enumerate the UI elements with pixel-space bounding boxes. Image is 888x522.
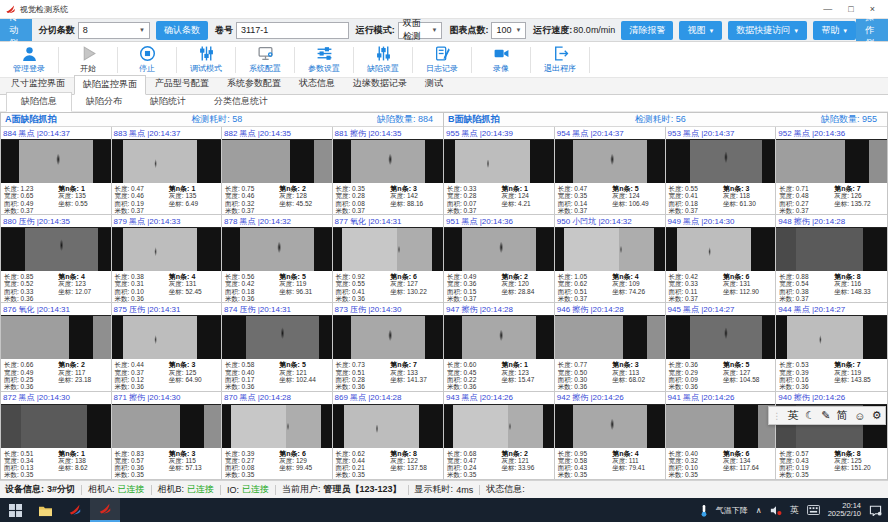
monitor-icon — [257, 45, 274, 62]
stop-button[interactable]: 停止 — [120, 44, 174, 75]
drive-side-button[interactable]: 传动侧 — [0, 19, 32, 41]
defect-cell[interactable]: 943 黑点 |20:14:26长度: 0.68宽度: 0.47面积: 0.24… — [444, 392, 555, 480]
defect-cell[interactable]: 882 黑点 |20:14:35长度: 0.75宽度: 0.46面积: 0.32… — [222, 127, 333, 215]
data-access-menu-button[interactable]: 数据快捷访问▼ — [728, 21, 807, 40]
help-menu-button[interactable]: 帮助▼ — [813, 21, 856, 40]
defect-cell[interactable]: 944 黑点 |20:14:27长度: 0.53宽度: 0.39面积: 0.16… — [776, 303, 887, 391]
input-language-indicator[interactable]: 英 — [790, 504, 799, 517]
defect-cell-label: 883 黑点 |20:14:37 — [112, 127, 222, 139]
confirm-strips-button[interactable]: 确认条数 — [156, 21, 208, 40]
subtab-defect-stats[interactable]: 缺陷统计 — [136, 93, 200, 111]
defect-cell[interactable]: 946 擦伤 |20:14:28长度: 0.77宽度: 0.50面积: 0.30… — [555, 303, 666, 391]
defect-detail: 长度: 1.05宽度: 0.62面积: 0.51米数: 0.37第n条: 4灰度… — [555, 271, 665, 302]
strip-count-select[interactable]: 8▼ — [78, 22, 150, 39]
defect-cell[interactable]: 948 擦伤 |20:14:28长度: 0.88宽度: 0.54面积: 0.38… — [776, 215, 887, 303]
defect-cell[interactable]: 870 黑点 |20:14:28长度: 0.39宽度: 0.27面积: 0.08… — [222, 392, 333, 480]
defect-settings-button[interactable]: 缺陷设置 — [356, 44, 410, 75]
defect-cell[interactable]: 878 黑点 |20:14:32长度: 0.56宽度: 0.42面积: 0.18… — [222, 215, 333, 303]
defect-image — [222, 227, 332, 271]
defect-cell[interactable]: 955 黑点 |20:14:39长度: 0.33宽度: 0.28面积: 0.07… — [444, 127, 555, 215]
defect-cell[interactable]: 879 黑点 |20:14:33长度: 0.38宽度: 0.31面积: 0.10… — [112, 215, 223, 303]
tab-status-info[interactable]: 状态信息 — [290, 74, 344, 94]
defect-cell[interactable]: 871 擦伤 |20:14:30长度: 0.83宽度: 0.57面积: 0.36… — [112, 392, 223, 480]
keyboard-icon[interactable] — [807, 505, 820, 515]
tray-expand-chevron[interactable]: ∧ — [756, 506, 762, 515]
debug-mode-button[interactable]: 调试模式 — [179, 44, 233, 75]
defect-cell[interactable]: 952 黑点 |20:14:36长度: 0.71宽度: 0.48面积: 0.27… — [776, 127, 887, 215]
defect-cell[interactable]: 875 压伤 |20:14:31长度: 0.44宽度: 0.37面积: 0.12… — [112, 303, 223, 391]
record-video-button[interactable]: 录像 — [474, 44, 528, 75]
defect-cell[interactable]: 949 黑点 |20:14:30长度: 0.42宽度: 0.33面积: 0.11… — [666, 215, 777, 303]
defect-cell[interactable]: 874 压伤 |20:14:31长度: 0.58宽度: 0.40面积: 0.17… — [222, 303, 333, 391]
ime-item-0[interactable]: 英 — [788, 408, 799, 423]
view-menu-button[interactable]: 视图▼ — [679, 21, 722, 40]
taskbar-active-app-button[interactable] — [90, 498, 120, 522]
defect-cell[interactable]: 880 压伤 |20:14:35长度: 0.85宽度: 0.52面积: 0.33… — [1, 215, 112, 303]
defect-cell[interactable]: 872 黑点 |20:14:30长度: 0.51宽度: 0.34面积: 0.13… — [1, 392, 112, 480]
ime-item-5[interactable]: ⚙ — [872, 409, 882, 422]
exit-program-button[interactable]: 退出程序 — [533, 44, 587, 75]
operator-side-button[interactable]: 操作侧 — [856, 19, 888, 41]
drag-handle-icon[interactable]: ⋮ — [772, 411, 781, 421]
defect-cell-label: 954 黑点 |20:14:37 — [555, 127, 665, 139]
subtab-defect-info[interactable]: 缺陷信息 — [6, 92, 72, 112]
defect-detail: 长度: 0.47宽度: 0.35面积: 0.14米数: 0.37第n条: 5灰度… — [555, 183, 665, 214]
defect-cell[interactable]: 945 黑点 |20:14:27长度: 0.36宽度: 0.29面积: 0.09… — [666, 303, 777, 391]
defect-cell[interactable]: 873 压伤 |20:14:30长度: 0.73宽度: 0.51面积: 0.28… — [333, 303, 444, 391]
roll-number-input[interactable]: 3117-1 — [236, 22, 349, 39]
weather-text[interactable]: 气温下降 — [716, 505, 748, 516]
defect-cell-label: 953 黑点 |20:14:37 — [666, 127, 776, 139]
defect-cell[interactable]: 953 黑点 |20:14:37长度: 0.55宽度: 0.41面积: 0.18… — [666, 127, 777, 215]
tab-system-param-config[interactable]: 系统参数配置 — [218, 74, 290, 94]
defect-cell[interactable]: 940 擦伤 |20:14:26长度: 0.57宽度: 0.43面积: 0.19… — [776, 392, 887, 480]
ime-item-1[interactable]: ☾ — [805, 409, 815, 422]
defect-capture-area: A面缺陷抓拍 检测耗时: 58 缺陷数量: 884 884 黑点 |20:14:… — [0, 112, 888, 480]
ime-toolbar[interactable]: ⋮ 英☾✎简☺⚙ — [768, 406, 886, 425]
defect-detail: 长度: 0.38宽度: 0.31面积: 0.10米数: 0.36第n条: 4灰度… — [112, 271, 222, 302]
ime-item-2[interactable]: ✎ — [821, 409, 830, 422]
maximize-button[interactable]: □ — [848, 4, 853, 14]
taskbar-app-button[interactable] — [60, 498, 90, 522]
defect-cell[interactable]: 884 黑点 |20:14:37长度: 1.23宽度: 0.65面积: 0.49… — [1, 127, 112, 215]
defect-cell[interactable]: 954 黑点 |20:14:37长度: 0.47宽度: 0.35面积: 0.14… — [555, 127, 666, 215]
sliders-icon — [375, 45, 392, 62]
system-config-button[interactable]: 系统配置 — [238, 44, 292, 75]
subtab-defect-distribution[interactable]: 缺陷分布 — [72, 93, 136, 111]
tab-edge-data-record[interactable]: 边缘数据记录 — [344, 74, 416, 94]
defect-cell[interactable]: 942 擦伤 |20:14:26长度: 0.95宽度: 0.58面积: 0.43… — [555, 392, 666, 480]
tab-test[interactable]: 测试 — [416, 74, 452, 94]
defect-cell[interactable]: 950 小凹坑 |20:14:32长度: 1.05宽度: 0.62面积: 0.5… — [555, 215, 666, 303]
defect-image — [112, 139, 222, 183]
notification-center-icon[interactable] — [869, 504, 882, 516]
log-record-button[interactable]: 日志记录 — [415, 44, 469, 75]
defect-cell[interactable]: 941 黑点 |20:14:26长度: 0.40宽度: 0.32面积: 0.10… — [666, 392, 777, 480]
start-button[interactable]: 开始 — [61, 44, 115, 75]
ime-item-4[interactable]: ☺ — [854, 410, 865, 422]
defect-detail: 长度: 0.55宽度: 0.41面积: 0.18米数: 0.37第n条: 3灰度… — [666, 183, 776, 214]
file-explorer-button[interactable] — [30, 498, 60, 522]
display-time-value: 4ms — [456, 485, 473, 495]
defect-cell[interactable]: 883 黑点 |20:14:37长度: 0.47宽度: 0.46面积: 0.19… — [112, 127, 223, 215]
speaker-icon[interactable] — [770, 505, 782, 516]
subtab-class-info-stats[interactable]: 分类信息统计 — [200, 93, 282, 111]
defect-cell[interactable]: 881 擦伤 |20:14:35长度: 0.35宽度: 0.28面积: 0.08… — [333, 127, 444, 215]
run-mode-select[interactable]: 双面检测▼ — [398, 22, 443, 39]
ime-item-3[interactable]: 简 — [837, 408, 848, 423]
defect-cell[interactable]: 947 擦伤 |20:14:28长度: 0.60宽度: 0.45面积: 0.22… — [444, 303, 555, 391]
admin-login-button[interactable]: 管理登录 — [2, 44, 56, 75]
minimize-button[interactable]: — — [823, 4, 832, 14]
chart-points-select[interactable]: 100▼ — [491, 22, 526, 39]
tab-product-model-config[interactable]: 产品型号配置 — [146, 74, 218, 94]
tab-defect-monitor[interactable]: 缺陷监控界面 — [74, 75, 146, 95]
windows-taskbar: 气温下降 ∧ 英 20:14 2025/2/10 — [0, 498, 888, 522]
defect-cell[interactable]: 869 黑点 |20:14:28长度: 0.62宽度: 0.44面积: 0.21… — [333, 392, 444, 480]
defect-cell[interactable]: 951 黑点 |20:14:36长度: 0.49宽度: 0.36面积: 0.15… — [444, 215, 555, 303]
parameter-settings-button[interactable]: 参数设置 — [297, 44, 351, 75]
start-menu-button[interactable] — [0, 498, 30, 522]
taskbar-clock[interactable]: 20:14 2025/2/10 — [828, 502, 861, 519]
clear-alarm-button[interactable]: 清除报警 — [621, 21, 673, 40]
defect-detail: 长度: 1.23宽度: 0.65面积: 0.49米数: 0.37第n条: 1灰度… — [1, 183, 111, 214]
defect-cell[interactable]: 876 氧化 |20:14:31长度: 0.66宽度: 0.49面积: 0.25… — [1, 303, 112, 391]
defect-cell[interactable]: 877 氧化 |20:14:31长度: 0.92宽度: 0.55面积: 0.41… — [333, 215, 444, 303]
tab-size-monitor[interactable]: 尺寸监控界面 — [2, 74, 74, 94]
